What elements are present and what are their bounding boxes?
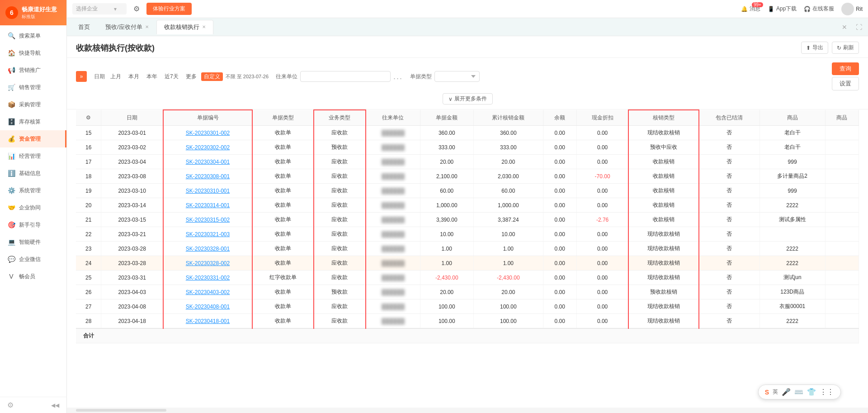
cell-cum-cancel: 360.00 [474,126,543,140]
cell-biz-type: 应收款 [314,184,366,198]
settings-footer-icon[interactable]: ⚙ [7,401,14,409]
sidebar-item-guide[interactable]: 🎯 新手引导 [0,216,66,233]
voucher-no-link[interactable]: SK-20230403-002 [186,289,230,295]
refresh-icon: ↻ [837,45,841,51]
sidebar-item-member[interactable]: V 畅会员 [0,268,66,285]
tab-close-collection[interactable]: ✕ [202,24,206,29]
tabbar: 首页 预收/应收付单 ✕ 收款核销执行 ✕ ✕ ⛶ [67,18,868,36]
cell-voucher-no: SK-20230403-002 [163,285,252,299]
cell-cum-cancel: 2,030.00 [474,169,543,184]
filter-dots-icon[interactable]: ... [393,72,403,81]
cell-cum-cancel: 60.00 [474,184,543,198]
voucher-no-link[interactable]: SK-20230321-003 [186,231,230,237]
messages-button[interactable]: 🔔 消息 99+ [741,5,760,13]
voucher-no-link[interactable]: SK-20230314-001 [186,202,230,209]
tab-home[interactable]: 首页 [71,20,98,34]
gear-icon[interactable]: ⚙ [130,3,143,15]
voucher-no-link[interactable]: SK-20230328-002 [186,260,230,266]
sidebar-item-sales[interactable]: 🛒 销售管理 [0,79,66,96]
tab-close-prepay[interactable]: ✕ [145,24,149,29]
cell-cancel-type: 现结收款核销 [628,256,698,271]
sidebar-item-search[interactable]: 🔍 搜索菜单 [0,27,66,44]
sidebar-item-marketing[interactable]: 📢 营销推广 [0,62,66,79]
guide-icon: 🎯 [7,221,15,229]
voucher-no-link[interactable]: SK-20230328-001 [186,246,230,252]
voucher-no-link[interactable]: SK-20230408-001 [186,304,230,310]
date-btn-more[interactable]: 更多 [183,72,199,81]
cell-voucher-type: 收款单 [252,198,313,213]
tab-collection[interactable]: 收款核销执行 ✕ [156,20,213,34]
query-button[interactable]: 查询 [832,62,859,75]
sidebar-item-finance[interactable]: 💰 资金管理 [0,130,66,147]
table-row: 25 2023-03-31 SK-20230331-002 红字收款单 应收款 … [76,271,859,285]
voucher-no-link[interactable]: SK-20230302-002 [186,144,230,151]
ime-logo: S [765,389,769,396]
refresh-button[interactable]: ↻ 刷新 [832,42,859,54]
table-row: 28 2023-04-18 SK-20230418-001 收款单 应收款 ██… [76,314,859,329]
cell-cancel-type: 现结收款核销 [628,271,698,285]
ime-keyboard-icon[interactable]: ⌨️ [794,388,803,396]
user-avatar[interactable]: Rit [841,3,863,15]
sidebar-item-quick-nav[interactable]: 🏠 快捷导航 [0,44,66,62]
sidebar-item-purchase[interactable]: 📦 采购管理 [0,96,66,113]
voucher-no-link[interactable]: SK-20230304-001 [186,159,230,165]
cell-product2 [825,184,859,198]
voucher-no-link[interactable]: SK-20230310-001 [186,188,230,194]
sidebar-item-operations[interactable]: 📊 经营管理 [0,147,66,165]
sidebar-item-hardware[interactable]: 💻 智能硬件 [0,233,66,251]
cell-cancel-type: 现结收款核销 [628,126,698,140]
cell-seq: 17 [76,155,101,169]
filter-settings-button[interactable]: 设置 [832,77,859,90]
voucher-no-link[interactable]: SK-20230301-002 [186,130,230,136]
solution-button[interactable]: 体验行业方案 [146,3,192,15]
cell-partner: ██████ [366,299,420,314]
filter-expand-button[interactable]: » [76,71,87,82]
cell-date: 2023-04-08 [101,299,163,314]
date-btn-this-month[interactable]: 本月 [126,72,142,81]
col-date-header: 日期 [101,110,163,126]
voucher-no-link[interactable]: SK-20230315-002 [186,217,230,223]
partner-filter-input[interactable] [300,71,391,82]
table-row: 17 2023-03-04 SK-20230304-001 收款单 应收款 ██… [76,155,859,169]
app-download-button[interactable]: 📱 App下载 [768,5,797,13]
expand-more-button[interactable]: ∨ 展开更多条件 [443,93,493,104]
sidebar-item-wechat[interactable]: 💬 企业微信 [0,251,66,268]
date-btn-this-year[interactable]: 本年 [144,72,160,81]
date-btn-custom[interactable]: 自定义 [201,72,223,81]
cell-product2 [825,126,859,140]
collapse-icon[interactable]: ◀◀ [51,402,59,408]
ime-mic-icon[interactable]: 🎤 [782,388,791,396]
col-settings-header[interactable]: ⚙ [76,110,101,126]
cell-seq: 27 [76,299,101,314]
cell-seq: 26 [76,285,101,299]
cell-product: 老白干 [760,126,825,140]
sidebar-item-inventory[interactable]: 🗄️ 库存核算 [0,113,66,130]
scroll-thumb[interactable] [76,409,166,412]
tab-close-all-icon[interactable]: ✕ [839,22,850,33]
voucher-no-link[interactable]: SK-20230308-001 [186,173,230,180]
voucher-type-select[interactable] [434,71,480,82]
cell-cum-cancel: 1.00 [474,256,543,271]
export-button[interactable]: ⬆ 导出 [801,42,828,54]
enterprise-selector[interactable]: 选择企业 ▾ [72,3,127,14]
headset-icon: 🎧 [804,6,811,12]
sidebar-item-system[interactable]: ⚙️ 系统管理 [0,182,66,199]
cell-include-settled: 否 [699,213,760,227]
sidebar-item-enterprise[interactable]: 🤝 企业协同 [0,199,66,216]
tab-prepay[interactable]: 预收/应收付单 ✕ [98,20,156,34]
voucher-no-link[interactable]: SK-20230418-001 [186,318,230,324]
scroll-track[interactable] [67,408,868,413]
ime-apps-icon[interactable]: ⋮⋮ [820,388,834,396]
cell-partner: ██████ [366,213,420,227]
cell-cancel-type: 收款核销 [628,155,698,169]
service-button[interactable]: 🎧 在线客服 [804,5,834,13]
voucher-no-link[interactable]: SK-20230331-002 [186,275,230,281]
cell-cash-discount: 0.00 [576,198,628,213]
sidebar-item-basic-info[interactable]: ℹ️ 基础信息 [0,165,66,182]
ime-shirt-icon[interactable]: 👕 [807,388,816,396]
date-btn-last-month[interactable]: 上月 [108,72,124,81]
tab-expand-icon[interactable]: ⛶ [854,22,864,33]
cell-amount: 360.00 [420,126,473,140]
date-btn-7days[interactable]: 近7天 [162,72,181,81]
filter-expand-more-row: ∨ 展开更多条件 [76,93,859,104]
